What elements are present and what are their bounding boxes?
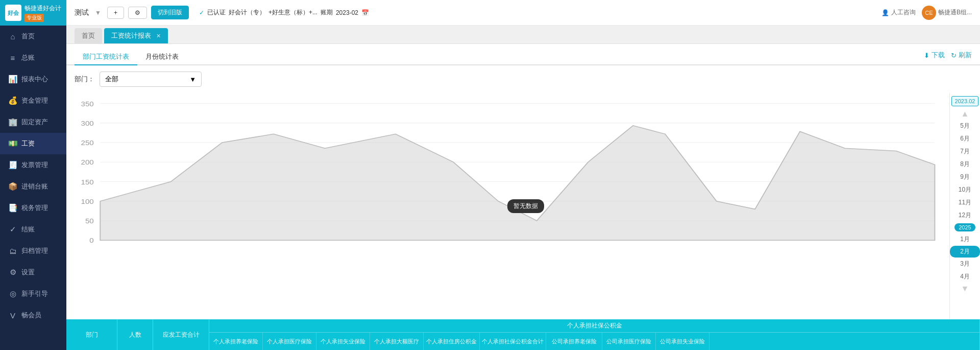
salary-icon: 💵 xyxy=(8,139,17,148)
good-biz: +好生意（标）+... xyxy=(268,8,317,17)
sub-tab-monthly[interactable]: 月份统计表 xyxy=(137,49,187,65)
dept-select-value: 全部 xyxy=(105,75,118,84)
area-chart: 350 300 250 200 150 100 50 0 xyxy=(75,98,941,251)
certified-icon: ✓ xyxy=(199,9,204,16)
settings-button[interactable]: ⚙ xyxy=(128,7,147,19)
sidebar-item-member[interactable]: V 畅会员 xyxy=(0,305,66,326)
tab-home[interactable]: 首页 xyxy=(75,28,102,43)
tab-salary-report[interactable]: 工资统计报表 ✕ xyxy=(104,28,168,43)
svg-text:50: 50 xyxy=(85,217,94,224)
filter-label: 部门： xyxy=(75,75,94,84)
certified-label: 已认证 xyxy=(207,8,226,17)
member-icon: V xyxy=(8,311,17,320)
month-item-2[interactable]: 2月 xyxy=(950,246,980,258)
th-col-6: 个人承担社保公积金合计 xyxy=(480,333,546,350)
content-area: 部门工资统计表 月份统计表 ⬇ 下载 ↻ 刷新 部门： 全部 ▼ xyxy=(66,44,980,350)
invoice-icon: 🧾 xyxy=(8,160,17,170)
sidebar-item-label: 固定资产 xyxy=(21,118,48,127)
tab-close-btn[interactable]: ✕ xyxy=(156,33,161,39)
topbar-right: 👤 人工咨询 CE 畅捷通B组... xyxy=(881,6,972,20)
month-item-11[interactable]: 11月 xyxy=(950,196,980,209)
sidebar-item-reports[interactable]: 📊 报表中心 xyxy=(0,68,66,90)
filter-row: 部门： 全部 ▼ xyxy=(66,65,980,93)
year-label[interactable]: 2023.02 xyxy=(951,96,979,106)
sidebar-item-label: 资金管理 xyxy=(21,96,48,105)
home-icon: ⌂ xyxy=(8,32,17,41)
th-col-3: 个人承担失业保险 xyxy=(316,333,370,350)
tab-home-label: 首页 xyxy=(82,32,95,39)
chart-tooltip: 暂无数据 xyxy=(507,199,544,213)
download-icon: ⬇ xyxy=(924,52,929,59)
svg-text:200: 200 xyxy=(81,159,94,166)
right-panel: 2023.02 ▲ 5月 6月 7月 8月 9月 10月 11月 12月 202… xyxy=(949,93,980,319)
tax-icon: 📑 xyxy=(8,203,17,213)
sidebar-item-guide[interactable]: ◎ 新手引导 xyxy=(0,283,66,305)
refresh-icon: ↻ xyxy=(951,52,957,59)
svg-text:100: 100 xyxy=(81,198,94,205)
month-item-9[interactable]: 9月 xyxy=(950,171,980,183)
good-accounting: 好会计（专） xyxy=(229,8,265,17)
refresh-btn[interactable]: ↻ 刷新 xyxy=(951,51,972,60)
panel-up-arrow[interactable]: ▲ xyxy=(961,109,969,119)
sub-tab-dept[interactable]: 部门工资统计表 xyxy=(75,49,137,65)
month-item-8[interactable]: 8月 xyxy=(950,158,980,171)
chart-container: 350 300 250 200 150 100 50 0 xyxy=(66,93,949,319)
sidebar-item-funds[interactable]: 💰 资金管理 xyxy=(0,90,66,111)
logo-area: 好会 畅捷通好会计 专业版 xyxy=(0,0,66,26)
month-item-1[interactable]: 1月 xyxy=(950,233,980,246)
select-arrow-icon: ▼ xyxy=(189,76,196,83)
sidebar-item-archive[interactable]: 🗂 归档管理 xyxy=(0,240,66,262)
add-button[interactable]: + xyxy=(107,7,124,19)
table-header-row: 部门 人数 应发工资合计 个人承担社保公积金 个人承担养老保险 个人承担医疗保险… xyxy=(66,319,980,350)
sidebar-item-label: 进销台账 xyxy=(21,182,48,191)
dept-select[interactable]: 全部 ▼ xyxy=(100,72,202,87)
th-group-label: 个人承担社保公积金 xyxy=(209,319,979,333)
month-item-10[interactable]: 10月 xyxy=(950,183,980,196)
sidebar-item-label: 畅会员 xyxy=(21,311,41,320)
month-item-12[interactable]: 12月 xyxy=(950,209,980,222)
tooltip-text: 暂无数据 xyxy=(513,202,538,209)
user-menu[interactable]: CE 畅捷通B组... xyxy=(922,6,972,20)
settings-icon: ⚙ xyxy=(8,268,17,277)
sidebar-nav: ⌂ 首页 ≡ 总账 📊 报表中心 💰 资金管理 🏢 固定资产 💵 工资 🧾 发票… xyxy=(0,26,66,350)
guide-icon: ◎ xyxy=(8,289,17,298)
sidebar-item-home[interactable]: ⌂ 首页 xyxy=(0,26,66,47)
th-dept: 部门 xyxy=(66,319,117,350)
switch-old-btn[interactable]: 切到旧版 xyxy=(151,6,189,19)
th-col-8: 公司承担医疗保险 xyxy=(602,333,656,350)
reports-icon: 📊 xyxy=(8,75,17,84)
panel-down-arrow[interactable]: ▼ xyxy=(961,284,969,293)
sidebar-item-tax[interactable]: 📑 税务管理 xyxy=(0,197,66,219)
ai-service-btn[interactable]: 👤 人工咨询 xyxy=(881,8,916,17)
month-item-4[interactable]: 4月 xyxy=(950,270,980,283)
purchase-icon: 📦 xyxy=(8,182,17,191)
sidebar-item-label: 新手引导 xyxy=(21,289,48,298)
logo-icon: 好会 xyxy=(5,5,21,21)
dropdown-arrow[interactable]: ▼ xyxy=(95,9,101,16)
sidebar-item-assets[interactable]: 🏢 固定资产 xyxy=(0,111,66,133)
month-item-3[interactable]: 3月 xyxy=(950,258,980,270)
sidebar-item-close[interactable]: ✓ 结账 xyxy=(0,219,66,240)
sub-tab-dept-label: 部门工资统计表 xyxy=(83,53,129,60)
sidebar: 好会 畅捷通好会计 专业版 ⌂ 首页 ≡ 总账 📊 报表中心 💰 资金管理 🏢 … xyxy=(0,0,66,350)
sidebar-item-purchase[interactable]: 📦 进销台账 xyxy=(0,176,66,197)
month-item-5[interactable]: 5月 xyxy=(950,120,980,132)
sidebar-item-salary[interactable]: 💵 工资 xyxy=(0,133,66,154)
app-edition: 专业版 xyxy=(24,14,44,22)
sidebar-item-settings[interactable]: ⚙ 设置 xyxy=(0,262,66,283)
svg-text:0: 0 xyxy=(89,237,94,244)
sidebar-item-invoice[interactable]: 🧾 发票管理 xyxy=(0,154,66,176)
sidebar-item-label: 总账 xyxy=(21,53,35,62)
sidebar-item-ledger[interactable]: ≡ 总账 xyxy=(0,47,66,68)
ledger-icon: ≡ xyxy=(8,54,17,62)
th-col-2: 个人承担医疗保险 xyxy=(263,333,316,350)
month-item-6[interactable]: 6月 xyxy=(950,132,980,145)
main-area: 测试 ▼ + ⚙ 切到旧版 ✓ 已认证 好会计（专） +好生意（标）+... 账… xyxy=(66,0,980,350)
year-badge-2025: 2025 xyxy=(954,223,975,231)
sidebar-item-label: 归档管理 xyxy=(21,246,48,255)
svg-text:350: 350 xyxy=(81,100,94,107)
th-col-1: 个人承担养老保险 xyxy=(209,333,263,350)
month-item-7[interactable]: 7月 xyxy=(950,145,980,158)
download-btn[interactable]: ⬇ 下载 xyxy=(924,51,945,60)
calendar-icon[interactable]: 📅 xyxy=(361,9,369,16)
